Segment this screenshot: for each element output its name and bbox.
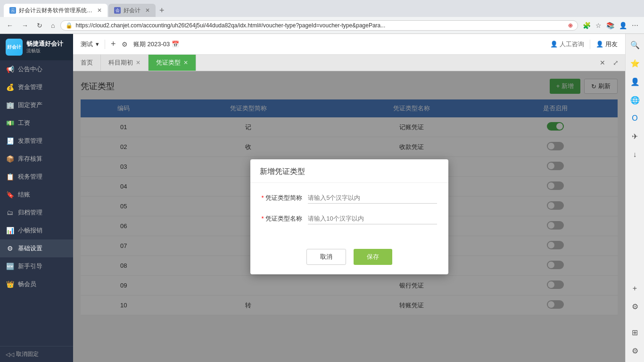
sidebar-item-settle[interactable]: 🔖 结账 [0,186,73,204]
collections-button[interactable]: 📚 [604,20,616,31]
consult-button[interactable]: 👤 人工咨询 [550,40,584,49]
right-add-button[interactable]: + [630,281,640,296]
add-workspace-button[interactable]: + [111,39,116,49]
browser-chrome: 云 好会计云财务软件管理系统_会计 ✕ 会 好会计 ✕ + ← → ↻ ⌂ 🔒 … [0,0,644,34]
browser-toolbar: ← → ↻ ⌂ 🔒 https://cloud2.chanjet.com/acc… [0,17,644,34]
right-download-button[interactable]: ↓ [630,148,640,162]
tabs-bar: 首页 科目期初 ✕ 凭证类型 ✕ ✕ ⤢ [73,55,625,71]
right-globe-button[interactable]: 🌐 [627,93,643,107]
sidebar-item-member[interactable]: 👑 畅会员 [0,275,73,293]
settings-icon: ⚙ [6,245,14,252]
sidebar-item-guide[interactable]: 🆕 新手引导 [0,257,73,275]
tab1-close[interactable]: ✕ [97,7,102,14]
sidebar-item-report[interactable]: 📊 小畅报销 [0,222,73,239]
workspace-name: 测试 [81,40,93,49]
settle-icon: 🔖 [6,191,14,198]
fund-icon: 💰 [6,83,14,91]
sidebar-item-tax[interactable]: 📋 税务管理 [0,168,73,186]
sidebar-item-archive[interactable]: 🗂 归档管理 [0,204,73,222]
sidebar-item-announcement-label: 公告中心 [18,65,42,74]
browser-tab-1[interactable]: 云 好会计云财务软件管理系统_会计 ✕ [4,4,107,17]
user-label: 用友 [605,40,618,49]
profile-button[interactable]: 👤 [617,20,629,31]
consult-label: 人工咨询 [560,40,584,49]
sidebar-item-announcement[interactable]: 📢 公告中心 [0,60,73,78]
right-settings2-button[interactable]: ⚙ [629,344,641,358]
cancel-button[interactable]: 取消 [306,249,346,265]
tab-voucher-type-label: 凭证类型 [156,58,181,67]
sidebar-item-archive-label: 归档管理 [18,208,42,217]
sidebar-item-assets-label: 固定资产 [18,101,42,109]
new-tab-button[interactable]: + [159,6,165,16]
sidebar-item-member-label: 畅会员 [18,280,36,288]
right-grid-button[interactable]: ⊞ [629,325,641,340]
tab-home[interactable]: 首页 [73,55,101,71]
address-bar[interactable]: 🔒 https://cloud2.chanjet.com/accounting/… [60,20,578,31]
sidebar-item-guide-label: 新手引导 [18,262,42,271]
name-input[interactable] [308,213,437,224]
home-button[interactable]: ⌂ [48,20,58,31]
back-button[interactable]: ← [4,20,16,31]
tab1-favicon: 云 [9,7,16,14]
tab-subjects-close[interactable]: ✕ [136,59,140,66]
inventory-icon: 📦 [6,155,14,163]
invoice-icon: 🧾 [6,137,14,145]
tab-close-window-button[interactable]: ✕ [597,58,608,67]
sidebar-item-inventory[interactable]: 📦 库存核算 [0,150,73,168]
header-right: 👤 人工咨询 👤 用友 [550,40,618,49]
tab-subjects[interactable]: 科目期初 ✕ [101,55,149,71]
save-button[interactable]: 保存 [354,249,392,265]
header-divider-1 [105,40,105,49]
right-settings-button[interactable]: ⚙ [629,299,641,314]
user-info[interactable]: 👤 用友 [596,40,618,49]
cancel-pin-button[interactable]: ◁◁ 取消固定 [6,350,67,358]
sidebar-item-fund[interactable]: 💰 资金管理 [0,78,73,96]
short-input[interactable] [308,192,437,204]
more-button[interactable]: ⋯ [630,20,640,31]
modal-title: 新增凭证类型 [260,167,305,175]
favorites-button[interactable]: ☆ [594,20,603,31]
right-arrow-button[interactable]: ✈ [629,129,641,144]
right-person-button[interactable]: 👤 [627,74,643,89]
sidebar-item-assets[interactable]: 🏢 固定资产 [0,96,73,114]
tab-voucher-type-close[interactable]: ✕ [183,59,188,66]
sidebar-bottom: ◁◁ 取消固定 [0,346,73,362]
app-container: 好会计 畅捷通好会计 流畅版 📢 公告中心 💰 资金管理 🏢 固定资产 💵 工资 [0,34,644,362]
logo-text: 畅捷通好会计 [26,40,63,48]
lock-icon: 🔒 [66,22,73,29]
workspace-selector[interactable]: 测试 ▾ [81,40,99,49]
calendar-icon: 📅 [172,41,179,48]
browser-tab-2[interactable]: 会 好会计 ✕ [108,4,156,17]
tabs-window-controls: ✕ ⤢ [597,58,625,67]
toolbar-right: 🧩 ☆ 📚 👤 ⋯ [581,20,640,31]
sidebar-item-invoice[interactable]: 🧾 发票管理 [0,132,73,150]
reload-button[interactable]: ↻ [34,20,45,31]
right-panel: 🔍 ⭐ 👤 🌐 O ✈ ↓ + ⚙ ⊞ ⚙ [625,34,644,362]
sidebar-item-settings[interactable]: ⚙ 基础设置 [0,239,73,257]
right-outlook-button[interactable]: O [629,111,640,125]
tab-home-label: 首页 [81,58,93,67]
browser-tabs: 云 好会计云财务软件管理系统_会计 ✕ 会 好会计 ✕ + [0,0,644,17]
sidebar-item-payroll[interactable]: 💵 工资 [0,114,73,132]
right-star-button[interactable]: ⭐ [627,56,643,71]
content-area: 凭证类型 + 新增 ↻ 刷新 编码 凭证类型简称 凭证类型名称 是否启用 [73,71,625,362]
forward-button[interactable]: → [19,20,31,31]
tab2-close[interactable]: ✕ [145,7,150,14]
sidebar-item-settle-label: 结账 [18,190,30,199]
sidebar-item-report-label: 小畅报销 [18,226,42,235]
pin-icon: ◁◁ [6,351,14,358]
tab-maximize-button[interactable]: ⤢ [610,58,621,67]
period-info: 账期 2023-03 📅 [133,40,180,49]
right-search-button[interactable]: 🔍 [627,38,643,52]
form-row-short: 凭证类型简称 [262,192,437,204]
cancel-pin-label: 取消固定 [16,350,39,358]
extensions-button[interactable]: 🧩 [581,20,593,31]
tab2-favicon: 会 [114,7,121,14]
workspace-dropdown-icon: ▾ [96,41,99,48]
tab-voucher-type[interactable]: 凭证类型 ✕ [149,55,196,71]
workspace-settings-button[interactable]: ⚙ [122,41,128,48]
consult-icon: 👤 [550,41,558,48]
logo-text-area: 畅捷通好会计 流畅版 [26,40,63,54]
payroll-icon: 💵 [6,119,14,127]
guide-icon: 🆕 [6,263,14,270]
